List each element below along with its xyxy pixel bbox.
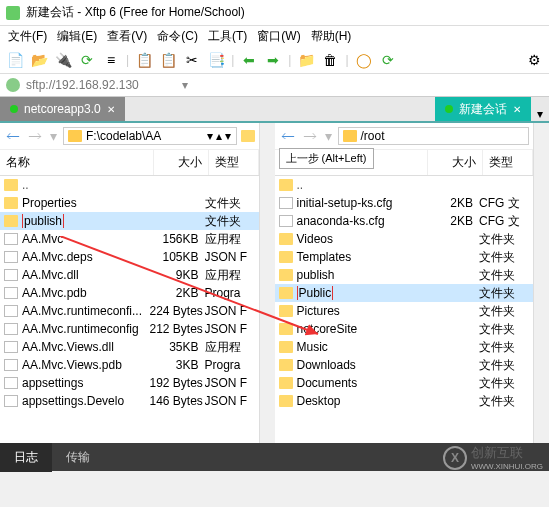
file-name: Properties: [22, 196, 77, 210]
settings-icon[interactable]: ⚙: [525, 51, 543, 69]
file-icon: [4, 233, 18, 245]
path-text: F:\codelab\AA: [86, 129, 161, 143]
file-row[interactable]: Documents文件夹: [275, 374, 534, 392]
left-file-list[interactable]: ..Properties文件夹publish文件夹AA.Mvc156KB应用程A…: [0, 176, 259, 443]
file-row[interactable]: AA.Mvc.pdb2KBProgra: [0, 284, 259, 302]
right-file-list[interactable]: ..initial-setup-ks.cfg2KBCFG 文anaconda-k…: [275, 176, 534, 443]
home-icon[interactable]: [241, 130, 255, 142]
col-type[interactable]: 类型: [209, 150, 259, 175]
file-row[interactable]: AA.Mvc.Views.dll35KB应用程: [0, 338, 259, 356]
scrollbar[interactable]: [533, 123, 549, 443]
forward-icon[interactable]: 🡒: [26, 128, 44, 144]
file-icon: [4, 377, 18, 389]
file-type: 文件夹: [479, 339, 529, 356]
refresh-icon[interactable]: ⟳: [379, 51, 397, 69]
path-box[interactable]: /root: [338, 127, 530, 145]
tab-log[interactable]: 日志: [0, 443, 52, 472]
file-row[interactable]: AA.Mvc.deps105KBJSON F: [0, 248, 259, 266]
reconnect-icon[interactable]: ⟳: [78, 51, 96, 69]
tooltip: 上一步 (Alt+Left): [279, 148, 374, 169]
file-row[interactable]: AA.Mvc.runtimeconfig212 BytesJSON F: [0, 320, 259, 338]
file-type: Progra: [205, 358, 255, 372]
file-row[interactable]: Pictures文件夹: [275, 302, 534, 320]
file-row[interactable]: Desktop文件夹: [275, 392, 534, 410]
transfer-right-icon[interactable]: ➡: [264, 51, 282, 69]
close-icon[interactable]: ✕: [513, 104, 521, 115]
file-type: CFG 文: [479, 195, 529, 212]
connect-icon[interactable]: 🔌: [54, 51, 72, 69]
file-icon: [4, 269, 18, 281]
tab-label: 新建会话: [459, 101, 507, 118]
file-row[interactable]: AA.Mvc.runtimeconfi...224 BytesJSON F: [0, 302, 259, 320]
file-row[interactable]: appsettings.Develo146 BytesJSON F: [0, 392, 259, 410]
delete-icon[interactable]: 🗑: [321, 51, 339, 69]
toolbar: 📄 📂 🔌 ⟳ ≡ | 📋 📋 ✂ 📑 | ⬅ ➡ | 📁 🗑 | ◯ ⟳ ⚙: [0, 47, 549, 74]
file-size: 35KB: [150, 340, 205, 354]
menu-view[interactable]: 查看(V): [107, 28, 147, 45]
menu-window[interactable]: 窗口(W): [257, 28, 300, 45]
tab-menu-icon[interactable]: ▾: [531, 107, 549, 121]
cut-icon[interactable]: ✂: [183, 51, 201, 69]
transfer-left-icon[interactable]: ⬅: [240, 51, 258, 69]
file-row[interactable]: appsettings192 BytesJSON F: [0, 374, 259, 392]
newfolder-icon[interactable]: 📁: [297, 51, 315, 69]
file-row[interactable]: Music文件夹: [275, 338, 534, 356]
props-icon[interactable]: ≡: [102, 51, 120, 69]
back-icon[interactable]: 🡐: [279, 128, 297, 144]
col-size[interactable]: 大小: [428, 150, 483, 175]
sync-icon[interactable]: 📑: [207, 51, 225, 69]
address-input[interactable]: [26, 78, 176, 92]
tab-remote[interactable]: 新建会话 ✕: [435, 97, 531, 121]
left-pane: 🡐 🡒 ▾ F:\codelab\AA ▾ ▴ ▾ 名称 大小 类型 ..Pro…: [0, 123, 259, 443]
file-name: Public: [297, 286, 334, 300]
new-icon[interactable]: 📄: [6, 51, 24, 69]
file-row[interactable]: AA.Mvc.dll9KB应用程: [0, 266, 259, 284]
tab-local[interactable]: netcoreapp3.0 ✕: [0, 97, 125, 121]
close-icon[interactable]: ✕: [107, 104, 115, 115]
scrollbar[interactable]: [259, 123, 275, 443]
file-row[interactable]: publish文件夹: [0, 212, 259, 230]
menu-file[interactable]: 文件(F): [8, 28, 47, 45]
file-row[interactable]: initial-setup-ks.cfg2KBCFG 文: [275, 194, 534, 212]
menu-help[interactable]: 帮助(H): [311, 28, 352, 45]
file-row[interactable]: AA.Mvc156KB应用程: [0, 230, 259, 248]
path-box[interactable]: F:\codelab\AA ▾ ▴ ▾: [63, 127, 237, 145]
file-row[interactable]: ..: [0, 176, 259, 194]
file-type: 文件夹: [479, 375, 529, 392]
col-name[interactable]: 名称: [0, 150, 154, 175]
file-name: ..: [297, 178, 304, 192]
folder-icon: [279, 179, 293, 191]
tab-transfer[interactable]: 传输: [52, 443, 104, 472]
forward-icon[interactable]: 🡒: [301, 128, 319, 144]
file-row[interactable]: Downloads文件夹: [275, 356, 534, 374]
file-row[interactable]: Properties文件夹: [0, 194, 259, 212]
copy-icon[interactable]: 📋: [135, 51, 153, 69]
file-row[interactable]: Public文件夹: [275, 284, 534, 302]
folder-icon: [279, 341, 293, 353]
file-size: 2KB: [424, 196, 479, 210]
back-icon[interactable]: 🡐: [4, 128, 22, 144]
file-size: 192 Bytes: [150, 376, 205, 390]
col-type[interactable]: 类型: [483, 150, 533, 175]
file-type: 文件夹: [479, 303, 529, 320]
file-row[interactable]: anaconda-ks.cfg2KBCFG 文: [275, 212, 534, 230]
file-row[interactable]: netcoreSite文件夹: [275, 320, 534, 338]
folder-icon: [279, 287, 293, 299]
menu-tools[interactable]: 工具(T): [208, 28, 247, 45]
file-row[interactable]: publish文件夹: [275, 266, 534, 284]
file-icon: [4, 287, 18, 299]
file-row[interactable]: AA.Mvc.Views.pdb3KBProgra: [0, 356, 259, 374]
file-row[interactable]: ..: [275, 176, 534, 194]
open-icon[interactable]: 📂: [30, 51, 48, 69]
terminal-icon[interactable]: ◯: [355, 51, 373, 69]
menu-edit[interactable]: 编辑(E): [57, 28, 97, 45]
col-size[interactable]: 大小: [154, 150, 209, 175]
menu-command[interactable]: 命令(C): [157, 28, 198, 45]
address-dropdown-icon[interactable]: ▾: [182, 78, 188, 92]
file-row[interactable]: Templates文件夹: [275, 248, 534, 266]
paste-icon[interactable]: 📋: [159, 51, 177, 69]
path-text: /root: [361, 129, 385, 143]
folder-icon: [4, 179, 18, 191]
file-row[interactable]: Videos文件夹: [275, 230, 534, 248]
file-icon: [4, 395, 18, 407]
